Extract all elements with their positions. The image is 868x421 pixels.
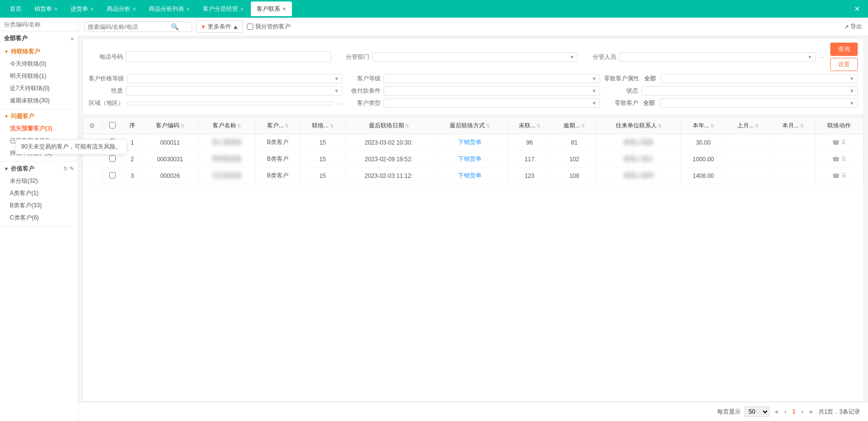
dept-select[interactable]: ▼ <box>372 52 578 62</box>
row-checkbox-2[interactable] <box>109 155 116 162</box>
window-close-button[interactable]: ✕ <box>850 5 864 13</box>
page-size-select[interactable]: 50 20 100 <box>745 406 770 417</box>
contact-icon-2[interactable]: ☎ <box>832 156 840 163</box>
main-search-input[interactable] <box>88 24 171 30</box>
col-contact[interactable]: 联络...⇅ <box>300 118 345 134</box>
sidebar-item-churn-warning[interactable]: 流失预警客户(3) <box>0 123 78 135</box>
sort-icon-code[interactable]: ⇅ <box>180 123 184 128</box>
col-this-year[interactable]: 本年...⇅ <box>681 118 726 134</box>
tab-analysis-close[interactable]: ✕ <box>132 6 136 12</box>
sidebar-item-class-c[interactable]: C类客户(6) <box>0 212 78 224</box>
col-name[interactable]: 客户名称⇅ <box>198 118 255 134</box>
zeroattr-select[interactable]: ▼ <box>661 74 858 83</box>
refresh-icon[interactable]: ↻ <box>63 166 68 172</box>
export-button[interactable]: ↗ 导出 <box>844 23 862 31</box>
tab-analysis[interactable]: 商品分析 ✕ <box>101 1 142 16</box>
first-page-btn[interactable]: « <box>773 407 781 416</box>
sidebar-item-today[interactable]: 今天待联络(0) <box>0 58 78 70</box>
status-select[interactable]: ▼ <box>641 86 858 96</box>
col-last-month[interactable]: 上月...⇅ <box>725 118 771 134</box>
sort-icon-last-month[interactable]: ⇅ <box>755 123 759 128</box>
sidebar-item-tomorrow[interactable]: 明天待联络(1) <box>0 70 78 82</box>
col-code[interactable]: 客户编码⇅ <box>142 118 198 134</box>
col-this-month[interactable]: 本月...⇅ <box>771 118 816 134</box>
cell-method-1[interactable]: 下销货单 <box>433 134 507 151</box>
main-search-icon[interactable]: 🔍 <box>171 23 179 30</box>
region-more[interactable]: ··· <box>337 99 342 107</box>
custtype-select[interactable]: ▼ <box>384 99 600 108</box>
select-all-checkbox[interactable] <box>109 122 116 128</box>
tab-customer-layer[interactable]: 客户分层经营 ✕ <box>197 1 250 16</box>
query-button[interactable]: 查询 <box>830 43 858 56</box>
tab-analysis-list[interactable]: 商品分析列表 ✕ <box>143 1 196 16</box>
tab-sales[interactable]: 销货单 ✕ <box>28 1 64 16</box>
method-link-2[interactable]: 下销货单 <box>458 155 482 162</box>
sort-icon-contacts[interactable]: ⇅ <box>658 123 662 128</box>
more-conditions-button[interactable]: ▼ 更多条件 ▲ <box>196 21 243 33</box>
payment-select[interactable]: ▼ <box>384 86 600 96</box>
method-link-1[interactable]: 下销货单 <box>458 139 482 146</box>
sidebar-item-class-b[interactable]: B类客户(33) <box>0 199 78 212</box>
sidebar-all-customers[interactable]: 全部客户 « <box>0 31 78 46</box>
col-overdue[interactable]: 逾期...⇅ <box>552 118 597 134</box>
col-checkbox[interactable] <box>102 118 122 134</box>
col-no-contact[interactable]: 未联...⇅ <box>507 118 552 134</box>
cell-checkbox-3[interactable] <box>102 168 122 184</box>
custlevel-select[interactable]: ▼ <box>384 74 600 83</box>
tab-home[interactable]: 首页 <box>4 1 27 16</box>
col-settings[interactable]: ⚙ <box>83 118 102 134</box>
sort-icon-no-contact[interactable]: ⇅ <box>536 123 540 128</box>
cell-method-2[interactable]: 下销货单 <box>433 151 507 168</box>
sidebar-item-ungrouped[interactable]: 未分组(32) <box>0 175 78 187</box>
sidebar-item-class-a[interactable]: A类客户(1) <box>0 187 78 199</box>
sort-icon-this-month[interactable]: ⇅ <box>800 123 804 128</box>
manager-select[interactable]: ▼ <box>619 52 816 62</box>
col-last-date[interactable]: 最后联络日期⇅ <box>345 118 432 134</box>
sort-icon-name[interactable]: ⇅ <box>237 123 241 128</box>
sidebar-item-overdue[interactable]: 逾期未联络(30) <box>0 95 78 107</box>
last-page-btn[interactable]: » <box>807 407 815 416</box>
tab-customer-contact[interactable]: 客户联系 ✕ <box>251 1 292 16</box>
row-checkbox-3[interactable] <box>109 172 116 178</box>
payment-label: 收付款条件 <box>346 87 381 95</box>
tab-sales-close[interactable]: ✕ <box>54 6 58 12</box>
manager-more[interactable]: ··· <box>819 53 824 61</box>
region-select[interactable] <box>127 101 334 105</box>
prev-page-btn[interactable]: ‹ <box>782 407 788 416</box>
col-custtype[interactable]: 客户...⇅ <box>255 118 300 134</box>
tab-analysis-list-close[interactable]: ✕ <box>186 6 190 12</box>
tab-purchase-close[interactable]: ✕ <box>90 6 94 12</box>
my-customers-checkbox[interactable] <box>247 24 253 30</box>
gender-select[interactable]: ▼ <box>126 86 342 96</box>
pricelevel-select[interactable]: ▼ <box>127 74 342 83</box>
sort-icon-last-date[interactable]: ⇅ <box>405 123 409 128</box>
col-last-method[interactable]: 最后联络方式⇅ <box>433 118 507 134</box>
sort-icon-last-method[interactable]: ⇅ <box>486 123 490 128</box>
group-pending-contact-label[interactable]: ▼ 待联络客户 <box>0 46 78 58</box>
zerocust-select[interactable]: ▼ <box>660 99 858 108</box>
more-icon-1[interactable]: ⠿ <box>842 139 846 146</box>
next-page-btn[interactable]: › <box>799 407 805 416</box>
edit-icon[interactable]: ✎ <box>70 166 74 172</box>
contact-icon-1[interactable]: ☎ <box>832 139 840 146</box>
sort-icon-contact[interactable]: ⇅ <box>330 123 334 128</box>
sort-icon-overdue[interactable]: ⇅ <box>581 123 585 128</box>
group-value-label[interactable]: ▼ 价值客户 ↻ ✎ <box>0 163 78 175</box>
contact-icon-3[interactable]: ☎ <box>832 173 840 179</box>
col-contacts[interactable]: 往来单位联系人⇅ <box>597 118 681 134</box>
more-icon-3[interactable]: ⠿ <box>842 173 846 179</box>
sidebar-search-input[interactable] <box>4 21 77 28</box>
method-link-3[interactable]: 下销货单 <box>458 172 482 179</box>
phone-input[interactable] <box>126 51 331 62</box>
sort-icon-this-year[interactable]: ⇅ <box>710 123 714 128</box>
tab-customer-layer-close[interactable]: ✕ <box>240 6 244 12</box>
cell-method-3[interactable]: 下销货单 <box>433 168 507 184</box>
group-problem-label[interactable]: ▼ 问题客户 <box>0 110 78 123</box>
collapse-icon[interactable]: « <box>71 35 74 42</box>
sidebar-item-7days[interactable]: 近7天待联络(0) <box>0 82 78 95</box>
tab-customer-contact-close[interactable]: ✕ <box>282 6 286 12</box>
more-icon-2[interactable]: ⠿ <box>842 156 846 163</box>
sort-icon-custtype[interactable]: ⇅ <box>285 123 289 128</box>
settings-button[interactable]: 设置 <box>830 58 858 71</box>
tab-purchase[interactable]: 进货单 ✕ <box>65 1 100 16</box>
